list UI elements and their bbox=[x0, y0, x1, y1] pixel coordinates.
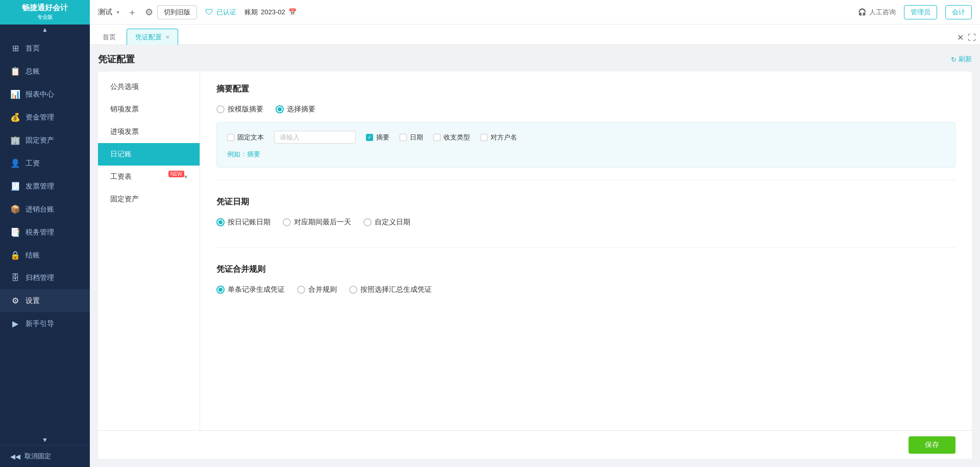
tab-voucher-config-label: 凭证配置 bbox=[135, 33, 162, 42]
sidebar-item-label: 新手引导 bbox=[26, 319, 54, 329]
sidebar-item-settings[interactable]: ⚙ 设置 bbox=[0, 289, 90, 312]
period-label: 账期 bbox=[244, 8, 258, 17]
radio-journal-date-label: 按日记账日期 bbox=[228, 218, 271, 227]
radio-custom-date[interactable]: 自定义日期 bbox=[363, 218, 410, 227]
sidebar-item-home[interactable]: ⊞ 首页 bbox=[0, 37, 90, 60]
content-area: 首页 凭证配置 × ✕ ⛶ 凭证配置 ↻ 刷新 bbox=[90, 25, 980, 467]
sidebar-item-funds[interactable]: 💰 资金管理 bbox=[0, 106, 90, 129]
chevron-down-icon: ▾ bbox=[184, 173, 187, 180]
left-menu-item-purchase-invoice[interactable]: 进项发票 bbox=[98, 121, 200, 143]
assets-icon: 🏢 bbox=[10, 135, 20, 145]
merge-radio-group: 单条记录生成凭证 合并规则 按照选择汇总生成凭证 bbox=[216, 285, 955, 294]
left-menu-item-fixed-assets[interactable]: 固定资产 bbox=[98, 188, 200, 211]
reports-icon: 📊 bbox=[10, 89, 20, 99]
income-type-label: 收支类型 bbox=[444, 133, 470, 142]
save-button[interactable]: 保存 bbox=[909, 436, 955, 454]
left-menu-label-sales-invoice: 销项发票 bbox=[110, 105, 139, 113]
sidebar-item-invoice-mgmt[interactable]: 🧾 发票管理 bbox=[0, 175, 90, 198]
section-date: 凭证日期 按日记账日期 对应期间最后一天 bbox=[216, 197, 955, 248]
radio-by-selection-circle bbox=[349, 286, 357, 294]
expand-tab-button[interactable]: ⛶ bbox=[968, 33, 976, 42]
page-title: 凭证配置 bbox=[98, 53, 135, 65]
new-badge: NEW bbox=[168, 171, 184, 177]
left-menu-label-purchase-invoice: 进项发票 bbox=[110, 127, 139, 135]
support-button[interactable]: 🎧 人工咨询 bbox=[858, 8, 896, 17]
sidebar-item-guide[interactable]: ▶ 新手引导 bbox=[0, 312, 90, 335]
tab-controls: ✕ ⛶ bbox=[957, 33, 976, 44]
refresh-button[interactable]: ↻ 刷新 bbox=[951, 55, 972, 64]
sidebar-item-tax[interactable]: 📑 税务管理 bbox=[0, 221, 90, 244]
page-content: 凭证配置 ↻ 刷新 公共选项 销项发票 进项发票 bbox=[90, 45, 980, 467]
period-selector[interactable]: 账期 2023-02 📅 bbox=[244, 8, 297, 17]
close-tab-button[interactable]: ✕ bbox=[957, 33, 964, 42]
main-layout: ▲ ⊞ 首页 📋 总账 📊 报表中心 💰 资金管理 🏢 固定资产 bbox=[0, 25, 980, 467]
tab-voucher-config[interactable]: 凭证配置 × bbox=[127, 29, 178, 45]
radio-period-last-label: 对应期间最后一天 bbox=[294, 218, 351, 227]
fixed-text-label: 固定文本 bbox=[237, 133, 264, 142]
checkbox-income-type[interactable]: 收支类型 bbox=[433, 133, 470, 142]
sidebar-item-ledger[interactable]: 📋 总账 bbox=[0, 60, 90, 83]
sidebar-item-sales-ledger[interactable]: 📦 进销台账 bbox=[0, 198, 90, 221]
radio-merge-rules[interactable]: 合并规则 bbox=[297, 285, 337, 294]
project-name: 测试 bbox=[98, 8, 112, 17]
sidebar-item-label: 发票管理 bbox=[26, 182, 54, 191]
refresh-icon: ↻ bbox=[951, 56, 957, 63]
checkbox-fixed-text[interactable]: 固定文本 bbox=[227, 133, 264, 142]
radio-journal-date[interactable]: 按日记账日期 bbox=[216, 218, 271, 227]
settings-icon[interactable]: ⚙ bbox=[145, 7, 153, 18]
sidebar-scroll-down[interactable]: ▼ bbox=[0, 435, 90, 445]
topbar-right: 🎧 人工咨询 管理员 会计 bbox=[858, 5, 972, 19]
sidebar-item-payroll[interactable]: 👤 工资 bbox=[0, 152, 90, 175]
radio-select-circle bbox=[276, 105, 284, 113]
sidebar-item-settlement[interactable]: 🔒 结账 bbox=[0, 244, 90, 267]
sidebar-item-reports[interactable]: 📊 报表中心 bbox=[0, 83, 90, 106]
left-menu-item-journal[interactable]: 日记账 bbox=[98, 143, 200, 166]
radio-period-last[interactable]: 对应期间最后一天 bbox=[283, 218, 351, 227]
verified-badge: 🛡 已认证 bbox=[205, 8, 236, 17]
left-menu-item-sales-invoice[interactable]: 销项发票 bbox=[98, 98, 200, 121]
project-arrow-icon: ▾ bbox=[116, 9, 119, 16]
tab-close-icon[interactable]: × bbox=[166, 34, 169, 41]
page-title-bar: 凭证配置 ↻ 刷新 bbox=[98, 53, 972, 65]
radio-template-label: 按模版摘要 bbox=[228, 105, 263, 114]
fixed-text-input[interactable] bbox=[274, 131, 356, 144]
topbar-action-icons: ＋ ⚙ bbox=[128, 6, 153, 18]
cancel-pin-button[interactable]: ◀◀ 取消固定 bbox=[0, 445, 90, 467]
tab-home[interactable]: 首页 bbox=[94, 29, 125, 45]
sidebar-nav: ⊞ 首页 📋 总账 📊 报表中心 💰 资金管理 🏢 固定资产 👤 工资 bbox=[0, 35, 90, 435]
sidebar-item-label: 归档管理 bbox=[26, 273, 54, 283]
guide-icon: ▶ bbox=[10, 319, 20, 329]
headset-icon: 🎧 bbox=[858, 8, 866, 16]
radio-template-abstract[interactable]: 按模版摘要 bbox=[216, 105, 263, 114]
checkbox-date[interactable]: 日期 bbox=[400, 133, 423, 142]
sidebar-item-label: 报表中心 bbox=[26, 90, 54, 99]
sidebar-scroll-up[interactable]: ▲ bbox=[0, 25, 90, 35]
sidebar-item-label: 固定资产 bbox=[26, 136, 54, 145]
refresh-label: 刷新 bbox=[959, 55, 972, 64]
counterparty-label: 对方户名 bbox=[491, 133, 517, 142]
left-menu-item-payroll-table[interactable]: 工资表 NEW ▾ bbox=[98, 166, 200, 188]
sidebar-item-archive[interactable]: 🗄 归档管理 bbox=[0, 267, 90, 289]
gear-icon: ⚙ bbox=[10, 296, 20, 306]
sidebar-item-label: 设置 bbox=[26, 296, 40, 306]
add-icon[interactable]: ＋ bbox=[128, 6, 137, 18]
sidebar-item-assets[interactable]: 🏢 固定资产 bbox=[0, 129, 90, 152]
checkbox-counterparty[interactable]: 对方户名 bbox=[480, 133, 517, 142]
radio-select-abstract[interactable]: 选择摘要 bbox=[276, 105, 315, 114]
tax-icon: 📑 bbox=[10, 227, 20, 237]
left-menu-label-public: 公共选项 bbox=[110, 82, 139, 90]
radio-by-selection[interactable]: 按照选择汇总生成凭证 bbox=[349, 285, 432, 294]
logo-subtitle: 专业版 bbox=[37, 14, 53, 21]
tab-home-label: 首页 bbox=[103, 33, 116, 42]
radio-single[interactable]: 单条记录生成凭证 bbox=[216, 285, 285, 294]
accountant-button[interactable]: 会计 bbox=[945, 5, 972, 19]
funds-icon: 💰 bbox=[10, 112, 20, 122]
checkbox-abstract[interactable]: ✓ 摘要 bbox=[366, 133, 389, 142]
left-menu-item-public[interactable]: 公共选项 bbox=[98, 76, 200, 98]
switch-old-version-button[interactable]: 切到旧版 bbox=[157, 5, 197, 19]
right-panel: 摘要配置 按模版摘要 选择摘要 bbox=[200, 72, 972, 430]
admin-button[interactable]: 管理员 bbox=[904, 5, 937, 19]
project-selector[interactable]: 测试 ▾ bbox=[98, 8, 119, 17]
sidebar-item-label: 资金管理 bbox=[26, 113, 54, 122]
logo-title: 畅捷通好会计 bbox=[22, 3, 68, 13]
